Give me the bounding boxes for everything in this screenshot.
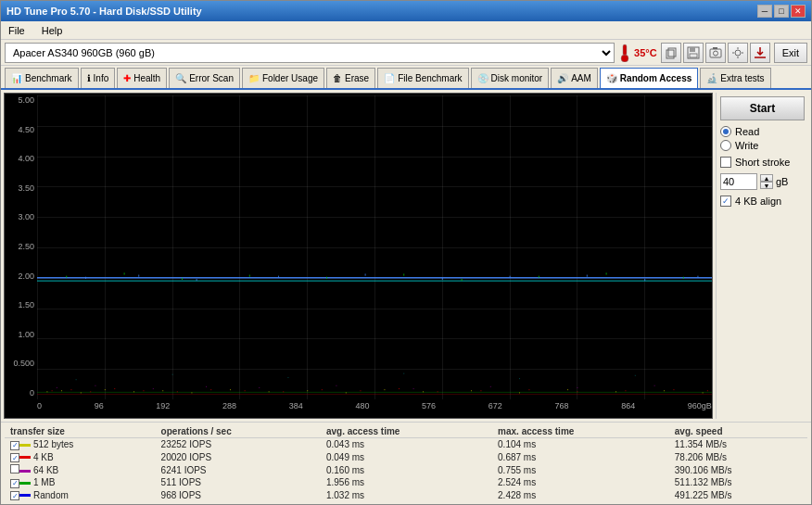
svg-rect-28 [269,391,270,392]
legend-checkbox[interactable]: ✓ [10,441,19,450]
x-label-6: 576 [422,401,436,410]
legend-avg-time: 0.043 ms [321,438,492,451]
tab-info[interactable]: ℹ Info [81,68,116,88]
legend-row: ✓4 KB20020 IOPS0.049 ms0.687 ms78.206 MB… [5,451,807,464]
spinbox-input[interactable] [720,173,757,190]
svg-rect-20 [46,391,47,392]
legend-checkbox[interactable]: ✓ [10,479,19,488]
legend-ops: 968 IOPS [156,489,321,502]
y-axis: 5.00 4.50 4.00 3.50 3.00 2.50 2.00 1.50 … [5,94,37,399]
svg-rect-34 [519,392,520,393]
svg-rect-80 [197,279,197,281]
short-stroke-label: Short stroke [735,157,790,168]
start-button[interactable]: Start [720,96,805,120]
radio-read[interactable]: Read [720,126,805,137]
legend-speed: 11.354 MB/s [669,438,807,451]
exit-button[interactable]: Exit [774,43,807,63]
spin-up-button[interactable]: ▲ [760,174,773,182]
tab-benchmark[interactable]: 📊 Benchmark [5,68,79,88]
x-label-1: 96 [95,401,104,410]
spinbox-arrows: ▲ ▼ [760,174,773,189]
close-button[interactable]: ✕ [791,5,806,18]
y-label-6: 2.00 [5,271,37,281]
disk-selector[interactable]: Apacer AS340 960GB (960 gB) [5,43,615,63]
legend-max-time: 0.104 ms [492,438,669,451]
svg-rect-32 [423,391,424,392]
tab-aam[interactable]: 🔊 AAM [551,68,598,88]
tab-info-label: Info [94,73,109,83]
svg-rect-54 [577,391,577,392]
tab-disk-monitor[interactable]: 💿 Disk monitor [471,68,550,88]
menu-file[interactable]: File [5,24,29,37]
legend-table: transfer size operations / sec avg. acce… [5,425,807,501]
svg-rect-63 [336,385,336,386]
spin-down-button[interactable]: ▼ [760,182,773,189]
tab-random-access[interactable]: 🎲 Random Access [600,68,698,88]
tabs: 📊 Benchmark ℹ Info ✚ Health 🔍 Error Scan… [1,66,811,90]
svg-rect-89 [172,374,173,375]
tab-extra-tests[interactable]: 🔬 Extra tests [700,68,770,88]
legend-checkbox[interactable] [10,464,19,473]
x-label-9: 864 [621,401,635,410]
legend-checkbox[interactable]: ✓ [10,491,19,500]
toolbar-icons [661,43,770,63]
svg-rect-70 [182,278,183,280]
kb-align-checkbox[interactable] [720,196,731,207]
svg-rect-23 [105,389,106,390]
maximize-button[interactable]: □ [774,5,789,18]
legend-label[interactable]: ✓Random [5,489,156,502]
svg-rect-2 [666,50,674,58]
icon-btn-4[interactable] [728,43,748,63]
tab-erase[interactable]: 🗑 Erase [326,68,375,88]
icon-btn-2[interactable] [683,43,704,63]
icon-btn-5[interactable] [750,43,770,63]
chart-and-right: 5.00 4.50 4.00 3.50 3.00 2.50 2.00 1.50 … [1,90,811,422]
radio-read-circle[interactable] [720,126,731,137]
legend-ops: 20020 IOPS [156,451,321,464]
tab-file-benchmark[interactable]: 📄 File Benchmark [377,68,468,88]
tab-folder-usage[interactable]: 📁 Folder Usage [242,68,324,88]
svg-rect-26 [191,392,192,393]
legend-label[interactable]: ✓512 bytes [5,438,156,451]
tab-info-icon: ℹ [87,73,91,83]
kb-align-option[interactable]: 4 KB align [720,196,805,207]
svg-rect-74 [462,279,463,281]
short-stroke-checkbox[interactable] [720,157,731,168]
legend-checkbox[interactable]: ✓ [10,453,19,462]
minimize-button[interactable]: ─ [757,5,772,18]
camera-icon [709,46,722,59]
short-stroke-option[interactable]: Short stroke [720,157,805,168]
tab-extra-icon: 🔬 [706,73,717,83]
tab-file-icon: 📄 [384,73,395,83]
svg-rect-30 [346,392,347,393]
legend-label[interactable]: 64 KB [5,463,156,476]
legend-label[interactable]: ✓1 MB [5,476,156,489]
svg-rect-21 [61,390,62,391]
legend-max-time: 2.428 ms [492,489,669,502]
svg-rect-38 [703,392,704,393]
y-label-5: 2.50 [5,242,37,251]
svg-rect-41 [90,391,91,392]
svg-rect-7 [710,49,721,57]
temp-value: 35°C [634,47,657,58]
tab-error-label: Error Scan [189,73,234,83]
svg-rect-75 [539,276,539,278]
menu-help[interactable]: Help [38,24,67,37]
legend-row: ✓1 MB511 IOPS1.956 ms2.524 ms511.132 MB/… [5,476,807,489]
svg-rect-53 [528,389,529,390]
icon-btn-3[interactable] [705,43,726,63]
spinbox-row: ▲ ▼ gB [720,173,805,190]
x-label-0: 0 [37,401,42,410]
legend-color-bar [19,456,31,459]
svg-rect-76 [606,272,607,274]
temperature-display: 35°C [618,44,657,62]
tab-error-scan[interactable]: 🔍 Error Scan [169,68,240,88]
radio-write[interactable]: Write [720,140,805,151]
svg-rect-67 [654,385,655,386]
tab-health[interactable]: ✚ Health [117,68,167,88]
icon-btn-1[interactable] [661,43,681,63]
legend-label[interactable]: ✓4 KB [5,451,156,464]
legend-avg-time: 0.049 ms [321,451,492,464]
svg-rect-51 [438,391,438,392]
radio-write-circle[interactable] [720,140,731,151]
